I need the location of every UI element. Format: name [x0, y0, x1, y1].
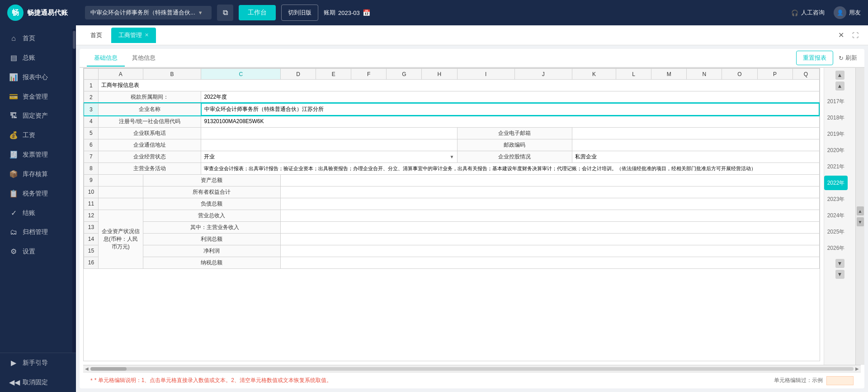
reg-no-value[interactable]: 91320100MA208E5W6K	[201, 115, 819, 127]
col-b[interactable]: B	[143, 69, 201, 80]
holding-value[interactable]: 私营企业	[572, 151, 819, 163]
revenue-value[interactable]	[281, 210, 819, 221]
collapse-down-button[interactable]: ▼	[857, 217, 864, 226]
switch-version-button[interactable]: 切到旧版	[281, 5, 318, 21]
col-o[interactable]: O	[722, 69, 757, 80]
row-num: 1	[84, 80, 99, 91]
reset-report-button[interactable]: 重置报表	[796, 51, 833, 65]
year-nav-down2[interactable]: ▼	[835, 270, 844, 279]
sidebar-item-assets[interactable]: 🏗 固定资产	[0, 106, 72, 125]
scroll-right-button[interactable]: ▶	[854, 365, 861, 373]
email-value[interactable]	[572, 127, 819, 139]
sidebar-item-home[interactable]: ⌂ 首页	[0, 29, 72, 48]
sidebar-item-finance[interactable]: 💳 资金管理	[0, 87, 72, 106]
col-i[interactable]: I	[457, 69, 514, 80]
service-button[interactable]: 🎧 人工咨询	[791, 9, 825, 17]
horizontal-scrollbar[interactable]: ◀ ▶	[83, 365, 861, 372]
col-l[interactable]: L	[616, 69, 651, 80]
year-2026[interactable]: 2026年	[824, 241, 848, 255]
year-2018[interactable]: 2018年	[824, 110, 848, 125]
period-value-cell[interactable]: 2022年度	[201, 91, 819, 104]
sidebar-item-settings[interactable]: ⚙ 设置	[0, 242, 72, 261]
scroll-track[interactable]	[90, 367, 854, 371]
col-f[interactable]: F	[351, 69, 387, 80]
user-area[interactable]: 👤 用友	[834, 6, 861, 19]
sidebar-item-close[interactable]: ✓ 结账	[0, 203, 72, 223]
col-g[interactable]: G	[387, 69, 422, 80]
net-profit-value[interactable]	[281, 245, 819, 257]
scroll-thumb[interactable]	[90, 367, 127, 371]
year-nav-up2[interactable]: ▲	[835, 81, 844, 91]
sidebar-scrollbar[interactable]	[72, 29, 76, 353]
year-2023[interactable]: 2023年	[824, 192, 848, 206]
company-selector[interactable]: 中审众环会计师事务所（特殊普通合伙... ▼	[85, 6, 212, 19]
workbench-button[interactable]: 工作台	[239, 5, 276, 20]
equity-value[interactable]	[281, 186, 819, 198]
spreadsheet-container[interactable]: A B C D E F G H I J	[83, 68, 820, 361]
close-tab-icon[interactable]: ✕	[145, 32, 149, 38]
sidebar-item-tax[interactable]: 📋 税务管理	[0, 184, 72, 203]
main-revenue-value[interactable]	[281, 221, 819, 233]
sidebar-item-guide[interactable]: ▶ 新手引导	[0, 353, 76, 373]
postcode-value[interactable]	[572, 139, 819, 151]
sidebar-item-salary[interactable]: 💰 工资	[0, 125, 72, 145]
calendar-icon[interactable]: 📅	[363, 9, 370, 16]
sidebar-item-label: 资金管理	[23, 93, 48, 101]
year-2022[interactable]: 2022年	[824, 176, 848, 190]
subtab-basic[interactable]: 基础信息	[87, 50, 125, 67]
year-2025[interactable]: 2025年	[824, 225, 848, 239]
close-window-button[interactable]: ✕	[835, 30, 846, 41]
col-n[interactable]: N	[687, 69, 722, 80]
sidebar-item-ledger[interactable]: ▤ 总账	[0, 48, 72, 67]
table-row: 10 所有者权益合计	[84, 186, 820, 198]
col-d[interactable]: D	[281, 69, 316, 80]
biz-status-value[interactable]: 开业 ▼	[201, 151, 457, 163]
col-q[interactable]: Q	[793, 69, 819, 80]
year-nav-down[interactable]: ▼	[835, 259, 844, 268]
period-value: 2023-03	[338, 10, 360, 16]
tax-icon: 📋	[9, 189, 18, 198]
row-num: 8	[84, 163, 99, 174]
tax-total-value[interactable]	[281, 257, 819, 268]
tab-home[interactable]: 首页	[83, 28, 109, 43]
phone-value[interactable]	[201, 127, 457, 139]
year-2019[interactable]: 2019年	[824, 127, 848, 141]
phone-label: 企业联系电话	[98, 127, 201, 139]
col-m[interactable]: M	[651, 69, 687, 80]
scroll-left-button[interactable]: ◀	[83, 365, 90, 373]
col-c[interactable]: C	[201, 69, 281, 80]
tab-commerce[interactable]: 工商管理 ✕	[111, 28, 156, 43]
main-biz-value[interactable]: 审查企业会计报表；出具审计报告；验证企业资本；出具验资报告；办理企业合开、分立、…	[201, 163, 819, 174]
refresh-button[interactable]: ↻ 刷新	[839, 54, 857, 62]
sidebar-item-unpin[interactable]: ◀◀ 取消固定	[0, 373, 76, 392]
assets-value[interactable]	[281, 174, 819, 186]
col-a[interactable]: A	[98, 69, 143, 80]
subtab-other-label: 其他信息	[132, 54, 156, 61]
sidebar-item-inventory[interactable]: 📦 库存核算	[0, 164, 72, 184]
year-nav-up[interactable]: ▲	[835, 71, 844, 80]
row-num: 12	[84, 210, 99, 221]
col-p[interactable]: P	[757, 69, 793, 80]
col-k[interactable]: K	[572, 69, 616, 80]
subtab-other[interactable]: 其他信息	[125, 50, 163, 67]
year-2024[interactable]: 2024年	[824, 208, 848, 223]
address-value[interactable]	[201, 139, 457, 151]
sidebar-item-invoice[interactable]: 🧾 发票管理	[0, 145, 72, 164]
table-row: 15 净利润	[84, 245, 820, 257]
copy-button[interactable]: ⧉	[217, 5, 233, 21]
sidebar-item-reports[interactable]: 📊 报表中心	[0, 67, 72, 87]
profit-value[interactable]	[281, 233, 819, 245]
col-h[interactable]: H	[422, 69, 457, 80]
table-row: 1 工商年报信息表	[84, 80, 820, 91]
maximize-button[interactable]: ⛶	[850, 30, 861, 41]
col-e[interactable]: E	[316, 69, 351, 80]
year-2017[interactable]: 2017年	[824, 94, 848, 109]
sidebar-item-archive[interactable]: 🗂 归档管理	[0, 223, 72, 242]
collapse-up-button[interactable]: ▲	[857, 206, 864, 215]
company-name-value[interactable]: 中审众环会计师事务所（特殊普通合伙）江苏分所	[201, 103, 819, 115]
year-2020[interactable]: 2020年	[824, 143, 848, 158]
year-2021[interactable]: 2021年	[824, 159, 848, 174]
liabilities-value[interactable]	[281, 198, 819, 210]
col-j[interactable]: J	[514, 69, 572, 80]
unpin-icon: ◀◀	[9, 378, 18, 387]
